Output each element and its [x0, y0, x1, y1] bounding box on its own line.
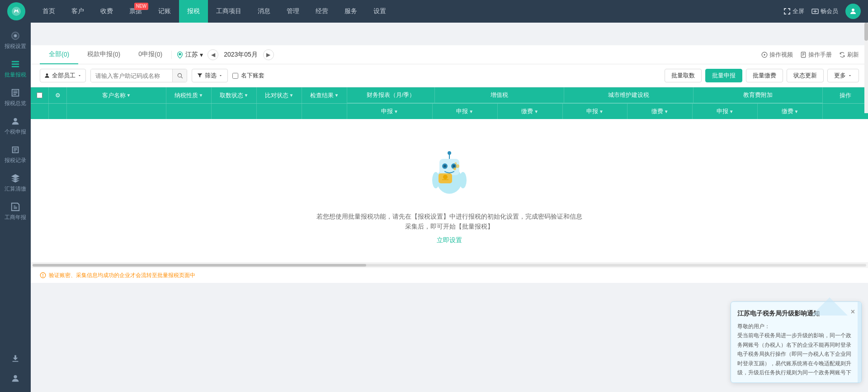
- status-update-btn[interactable]: 状态更新: [787, 69, 824, 82]
- notification-scroll[interactable]: [858, 302, 861, 382]
- filter-button[interactable]: 筛选: [192, 69, 228, 82]
- province-select[interactable]: 江苏 ▾: [171, 51, 208, 59]
- tab-tax-declaration[interactable]: 税款申报(0): [78, 45, 129, 64]
- date-next-btn[interactable]: ▶: [263, 49, 274, 60]
- v-scroll-thumb[interactable]: [864, 23, 868, 41]
- nav-message[interactable]: 消息: [250, 0, 278, 23]
- edu-declare-filter[interactable]: ▼: [729, 109, 734, 114]
- nav-operation[interactable]: 经营: [307, 0, 336, 23]
- tab-all-label: 全部: [49, 50, 61, 58]
- employee-select-value: 全部员工: [52, 72, 75, 80]
- svg-point-36: [455, 163, 457, 165]
- th-r2-name-spacer: [67, 104, 166, 119]
- svg-point-19: [178, 73, 181, 77]
- svg-point-2: [17, 10, 18, 11]
- user-icon-btn[interactable]: [7, 370, 24, 387]
- tab-all[interactable]: 全部(0): [40, 45, 78, 64]
- sidebar-item-tax-overview[interactable]: 报税总览: [0, 83, 31, 112]
- vat-pay-filter[interactable]: ▼: [534, 109, 538, 114]
- th-r2-compare-spacer: [257, 104, 302, 119]
- tab-zero-declaration[interactable]: 0申报(0): [129, 45, 171, 64]
- checkbox-account-input[interactable]: [232, 73, 238, 79]
- svg-point-10: [14, 375, 17, 378]
- table-select-all[interactable]: [37, 92, 42, 98]
- search-button[interactable]: [172, 69, 187, 82]
- financial-declare-filter[interactable]: ▼: [394, 109, 398, 114]
- th-checkbox: [31, 87, 49, 103]
- manual-control[interactable]: 操作手册: [800, 51, 832, 59]
- nav-business[interactable]: 工商项目: [208, 0, 250, 23]
- svg-point-34: [453, 167, 456, 170]
- sidebar-item-settlement[interactable]: 汇算清缴: [0, 169, 31, 197]
- sidebar-label-batch-tax: 批量报税: [5, 71, 26, 79]
- batch-fetch-btn[interactable]: 批量取数: [665, 69, 702, 82]
- sidebar-item-personal-tax[interactable]: 个税申报: [0, 112, 31, 140]
- nav-accounting[interactable]: 记账: [150, 0, 179, 23]
- province-dropdown-icon: ▾: [200, 51, 203, 58]
- nav-service[interactable]: 服务: [336, 0, 365, 23]
- th-settings[interactable]: ⚙: [49, 87, 67, 103]
- v-scroll[interactable]: [864, 23, 868, 113]
- sidebar-item-tax-record[interactable]: 报税记录: [0, 140, 31, 169]
- nav-invoice[interactable]: 票据 NEW: [121, 0, 150, 23]
- nav-customer[interactable]: 客户: [63, 0, 92, 23]
- customer-filter-icon[interactable]: ▼: [127, 93, 131, 98]
- th-city-tax-group: 城市维护建设税: [564, 87, 693, 103]
- employee-select[interactable]: 全部员工: [40, 69, 86, 82]
- nav-items: 首页 客户 收费 票据 NEW 记账 报税 工商项目 消息 管理 经营 服务 设…: [34, 0, 783, 23]
- member-btn[interactable]: 畅会员: [811, 7, 838, 15]
- user-avatar[interactable]: [845, 4, 861, 19]
- refresh-control[interactable]: 刷新: [839, 51, 859, 59]
- notification-close[interactable]: ×: [851, 308, 855, 316]
- table-scroll[interactable]: [31, 263, 868, 268]
- vat-declare-filter[interactable]: ▼: [469, 109, 473, 114]
- th-education-fee-group: 教育费附加: [693, 87, 823, 103]
- svg-point-25: [443, 165, 446, 167]
- nav-home[interactable]: 首页: [34, 0, 63, 23]
- nav-tax[interactable]: 报税: [179, 0, 208, 23]
- nav-settings[interactable]: 设置: [365, 0, 394, 23]
- svg-point-39: [42, 276, 43, 277]
- download-icon-btn[interactable]: [7, 350, 24, 367]
- fetch-filter-icon[interactable]: ▼: [244, 93, 249, 98]
- date-prev-btn[interactable]: ◀: [208, 49, 218, 60]
- edu-pay-filter[interactable]: ▼: [794, 109, 799, 114]
- fullscreen-btn[interactable]: 全屏: [783, 7, 804, 15]
- batch-pay-btn[interactable]: 批量缴费: [746, 69, 783, 82]
- sidebar-item-annual-report[interactable]: 工商年报: [0, 197, 31, 226]
- svg-point-1: [14, 10, 16, 11]
- search-input[interactable]: [91, 69, 172, 82]
- video-control[interactable]: 操作视频: [761, 51, 793, 59]
- tab-tax-declaration-label: 税款申报: [87, 50, 113, 58]
- check-filter-icon[interactable]: ▼: [335, 93, 339, 98]
- refresh-label: 刷新: [847, 51, 859, 59]
- province-label: 江苏: [185, 51, 198, 59]
- nav-manage[interactable]: 管理: [278, 0, 307, 23]
- scroll-thumb[interactable]: [33, 264, 366, 267]
- svg-rect-8: [12, 66, 19, 67]
- svg-line-20: [181, 77, 182, 78]
- top-nav-right: 全屏 畅会员: [783, 4, 861, 19]
- date-display: 2023年05月: [224, 51, 258, 59]
- sidebar-item-batch-tax[interactable]: 批量报税: [0, 55, 31, 83]
- sidebar-label-annual-report: 工商年报: [5, 214, 26, 221]
- scroll-track[interactable]: [33, 264, 866, 267]
- setup-link[interactable]: 立即设置: [437, 236, 462, 244]
- city-declare-filter[interactable]: ▼: [599, 109, 604, 114]
- tax-type-filter-icon[interactable]: ▼: [199, 93, 203, 98]
- batch-declare-btn[interactable]: 批量申报: [705, 69, 742, 82]
- th-action: 操作: [823, 87, 868, 103]
- th-r2-checkbox-spacer: [31, 104, 49, 119]
- more-btn[interactable]: 更多: [827, 69, 859, 82]
- sidebar-item-tax-setting[interactable]: 报税设置: [0, 26, 31, 55]
- logo[interactable]: [7, 2, 25, 20]
- city-pay-filter[interactable]: ▼: [664, 109, 669, 114]
- status-bar: 验证账密、采集信息均成功的企业才会流转至批量报税页面中: [31, 268, 868, 283]
- th-tax-type: 纳税性质▼: [166, 87, 212, 103]
- compare-filter-icon[interactable]: ▼: [289, 93, 294, 98]
- action-bar-right: 批量取数 批量申报 批量缴费 状态更新 更多: [665, 69, 859, 82]
- svg-point-35: [456, 164, 459, 168]
- nav-billing[interactable]: 收费: [92, 0, 121, 23]
- checkbox-account[interactable]: 名下账套: [232, 72, 264, 80]
- checkbox-account-label: 名下账套: [241, 72, 264, 80]
